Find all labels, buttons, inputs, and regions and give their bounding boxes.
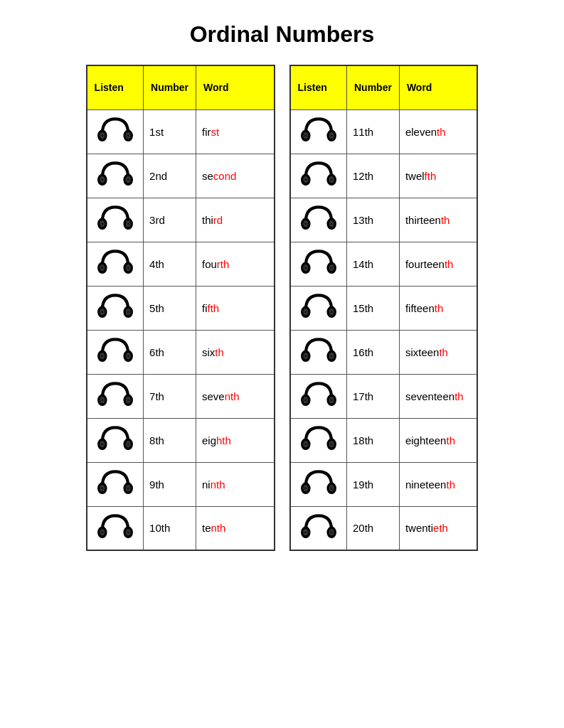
table-row: 10thtenth — [87, 506, 275, 550]
svg-point-53 — [127, 487, 129, 489]
word-cell: twentieth — [399, 506, 477, 550]
table-row: 19thnineteenth — [290, 462, 478, 506]
word-suffix: nth — [211, 522, 226, 534]
headphone-cell[interactable] — [87, 154, 144, 198]
svg-point-88 — [304, 311, 307, 313]
word-suffix: nth — [225, 390, 240, 402]
table1-header-word: Word — [196, 65, 275, 109]
word-cell: fifth — [196, 286, 275, 330]
headphone-cell[interactable] — [290, 286, 347, 330]
svg-point-71 — [330, 178, 332, 181]
headphone-cell[interactable] — [290, 109, 347, 154]
svg-point-118 — [304, 531, 307, 533]
svg-point-64 — [304, 134, 307, 136]
table-row: 18theighteenth — [290, 418, 478, 462]
headphone-cell[interactable] — [290, 506, 347, 550]
word-suffix: th — [446, 434, 455, 446]
table-row: 15thfifteenth — [290, 286, 478, 330]
word-cell: fourteenth — [399, 242, 477, 286]
word-cell: eighth — [196, 418, 275, 462]
word-suffix: th — [435, 302, 444, 314]
number-cell: 13th — [347, 198, 400, 242]
headphone-cell[interactable] — [87, 286, 144, 330]
word-suffix: nth — [211, 478, 225, 491]
svg-point-101 — [330, 399, 332, 401]
word-suffix: th — [446, 478, 455, 491]
table2-header-word: Word — [399, 65, 477, 109]
number-cell: 11th — [347, 109, 400, 154]
table-row: 16thsixteenth — [290, 330, 478, 374]
word-cell: eighteenth — [399, 418, 477, 462]
tables-wrapper: Listen Number Word 1stfirst — [86, 65, 479, 551]
page-title: Ordinal Numbers — [190, 21, 375, 48]
headphone-cell[interactable] — [290, 154, 347, 198]
headphone-cell[interactable] — [290, 330, 347, 374]
number-cell: 20th — [347, 506, 400, 550]
headphone-cell[interactable] — [87, 374, 144, 418]
word-cell: fifteenth — [399, 286, 477, 330]
svg-point-95 — [330, 355, 332, 357]
headphone-cell[interactable] — [87, 198, 144, 242]
word-suffix: th — [437, 126, 446, 138]
number-cell: 10th — [144, 506, 196, 550]
svg-point-100 — [304, 399, 307, 401]
word-cell: first — [196, 109, 275, 154]
number-cell: 4th — [144, 242, 196, 286]
svg-point-113 — [330, 487, 332, 489]
headphone-cell[interactable] — [87, 109, 144, 154]
number-cell: 5th — [144, 286, 196, 330]
table-row: 20thtwentieth — [290, 506, 478, 550]
word-suffix: th — [439, 346, 448, 358]
headphone-cell[interactable] — [290, 418, 347, 462]
word-cell: thirteenth — [399, 198, 477, 242]
headphone-cell[interactable] — [87, 462, 144, 506]
svg-point-65 — [330, 134, 332, 136]
svg-point-17 — [127, 223, 129, 225]
svg-point-5 — [127, 134, 129, 136]
word-suffix: eth — [433, 522, 448, 534]
table-row: 6thsixth — [87, 330, 275, 374]
svg-point-77 — [330, 223, 332, 225]
headphone-cell[interactable] — [290, 198, 347, 242]
svg-point-76 — [304, 223, 307, 225]
table-row: 14thfourteenth — [290, 242, 478, 286]
number-cell: 1st — [144, 109, 196, 154]
table-row: 5thfifth — [87, 286, 275, 330]
svg-point-94 — [304, 355, 307, 357]
word-suffix: th — [454, 390, 464, 402]
word-cell: fourth — [196, 242, 275, 286]
headphone-cell[interactable] — [87, 418, 144, 462]
svg-point-119 — [330, 531, 332, 533]
table-row: 9thninth — [87, 462, 275, 506]
svg-point-89 — [330, 311, 332, 313]
table-row: 12thtwelfth — [290, 154, 478, 198]
number-cell: 12th — [347, 154, 400, 198]
svg-point-52 — [101, 487, 103, 489]
svg-point-35 — [127, 355, 129, 357]
table-row: 17thseventeenth — [290, 374, 478, 418]
table1-header-number: Number — [144, 65, 196, 109]
svg-point-59 — [127, 531, 129, 533]
table-row: 8theighth — [87, 418, 275, 462]
svg-point-107 — [330, 443, 332, 445]
headphone-cell[interactable] — [87, 330, 144, 374]
table-row: 4thfourth — [87, 242, 275, 286]
table-row: 13ththirteenth — [290, 198, 478, 242]
number-cell: 2nd — [144, 154, 196, 198]
word-suffix: fth — [425, 170, 437, 182]
word-cell: tenth — [196, 506, 275, 550]
headphone-cell[interactable] — [87, 242, 144, 286]
headphone-cell[interactable] — [87, 506, 144, 550]
headphone-cell[interactable] — [290, 242, 347, 286]
svg-point-29 — [127, 311, 129, 313]
headphone-cell[interactable] — [290, 374, 347, 418]
svg-point-41 — [127, 399, 129, 401]
word-cell: eleventh — [399, 109, 477, 154]
headphone-cell[interactable] — [290, 462, 347, 506]
svg-point-11 — [127, 178, 129, 181]
word-cell: twelfth — [399, 154, 477, 198]
word-cell: second — [196, 154, 275, 198]
number-cell: 7th — [144, 374, 196, 418]
word-suffix: th — [441, 214, 450, 226]
svg-point-28 — [101, 311, 103, 313]
